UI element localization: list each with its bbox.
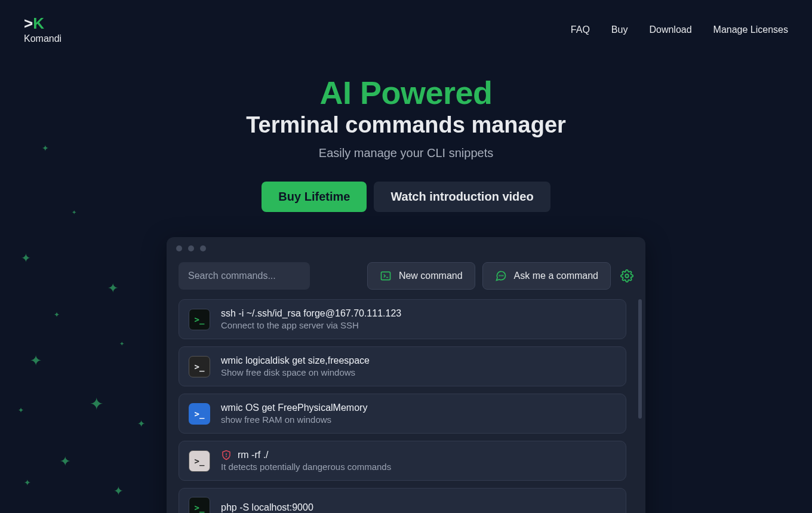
nav-download[interactable]: Download xyxy=(649,24,691,35)
command-text: wmic logicaldisk get size,freespace xyxy=(221,355,370,366)
terminal-mac-icon: >_ xyxy=(189,309,210,330)
titlebar xyxy=(167,237,645,256)
svg-point-6 xyxy=(226,456,227,457)
command-list: >_ ssh -i ~/.ssh/id_rsa forge@167.70.111… xyxy=(167,299,645,513)
search-input[interactable] xyxy=(179,262,310,290)
ask-command-label: Ask me a command xyxy=(514,271,598,281)
command-desc: It detects potentially dangerous command… xyxy=(221,462,391,472)
new-command-label: New command xyxy=(399,271,463,281)
command-text: wmic OS get FreePhysicalMemory xyxy=(221,403,367,413)
list-item[interactable]: >_ wmic OS get FreePhysicalMemory show f… xyxy=(179,394,626,434)
traffic-light-max[interactable] xyxy=(200,245,206,251)
svg-point-3 xyxy=(503,275,503,276)
buy-lifetime-button[interactable]: Buy Lifetime xyxy=(262,182,367,212)
terminal-powershell-icon: >_ xyxy=(189,403,210,425)
command-text: ssh -i ~/.ssh/id_rsa forge@167.70.111.12… xyxy=(221,308,401,319)
ask-command-button[interactable]: Ask me a command xyxy=(482,262,611,290)
watch-video-button[interactable]: Watch introduction video xyxy=(374,182,550,212)
cta-row: Buy Lifetime Watch introduction video xyxy=(0,182,812,212)
logo-name: Komandi xyxy=(24,33,61,44)
chat-icon xyxy=(495,270,507,282)
terminal-icon xyxy=(380,270,392,282)
hero-subtitle: Terminal commands manager xyxy=(0,112,812,138)
list-item[interactable]: >_ rm -rf ./ It detects potentially dang… xyxy=(179,441,626,481)
list-item[interactable]: >_ ssh -i ~/.ssh/id_rsa forge@167.70.111… xyxy=(179,299,626,339)
nav-buy[interactable]: Buy xyxy=(611,24,628,35)
new-command-button[interactable]: New command xyxy=(367,262,475,290)
hero-tagline: Easily manage your CLI snippets xyxy=(0,146,812,160)
command-desc: Show free disk space on windows xyxy=(221,367,370,377)
hero-title: AI Powered xyxy=(0,74,812,111)
list-item[interactable]: >_ wmic logicaldisk get size,freespace S… xyxy=(179,346,626,386)
command-text: php -S localhost:9000 xyxy=(221,502,313,513)
hero: AI Powered Terminal commands manager Eas… xyxy=(0,74,812,212)
svg-point-1 xyxy=(499,275,500,276)
terminal-generic-icon: >_ xyxy=(189,450,210,472)
command-desc: Connect to the app server via SSH xyxy=(221,320,401,330)
app-window: New command Ask me a command >_ ssh -i ~… xyxy=(167,237,645,513)
logo[interactable]: >K Komandi xyxy=(24,16,61,44)
header: >K Komandi FAQ Buy Download Manage Licen… xyxy=(0,0,812,48)
terminal-mac-icon: >_ xyxy=(189,497,210,513)
nav: FAQ Buy Download Manage Licenses xyxy=(571,24,788,35)
scrollbar[interactable] xyxy=(638,299,642,419)
command-desc: show free RAM on windows xyxy=(221,414,367,425)
traffic-light-min[interactable] xyxy=(188,245,194,251)
command-text: rm -rf ./ xyxy=(238,450,269,460)
svg-point-4 xyxy=(625,274,629,278)
nav-manage-licenses[interactable]: Manage Licenses xyxy=(713,24,788,35)
gear-icon[interactable] xyxy=(620,269,633,282)
toolbar: New command Ask me a command xyxy=(167,256,645,299)
logo-arrow: > xyxy=(24,14,33,32)
terminal-cmd-icon: >_ xyxy=(189,356,210,377)
logo-letter: K xyxy=(33,14,44,32)
list-item[interactable]: >_ php -S localhost:9000 xyxy=(179,488,626,513)
svg-point-2 xyxy=(501,275,502,276)
traffic-light-close[interactable] xyxy=(176,245,182,251)
nav-faq[interactable]: FAQ xyxy=(571,24,590,35)
warning-shield-icon xyxy=(221,450,232,460)
